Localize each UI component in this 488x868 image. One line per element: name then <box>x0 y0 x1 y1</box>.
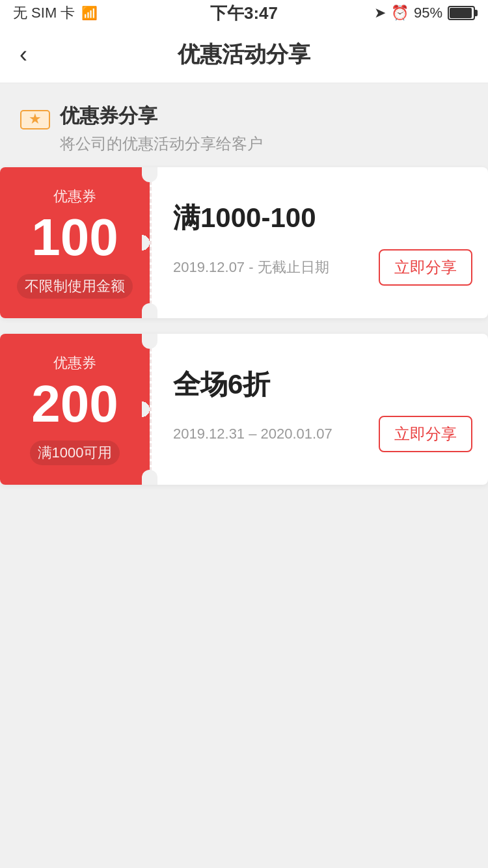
coupon-amount-1: 100 <box>31 211 118 264</box>
back-button[interactable]: ‹ <box>20 43 27 66</box>
status-bar: 无 SIM 卡 📶 下午3:47 ➤ ⏰ 95% <box>0 0 488 26</box>
coupon-date-1: 2019.12.07 - 无截止日期 <box>173 258 379 277</box>
bottom-space <box>0 520 488 780</box>
nav-bar: ‹ 优惠活动分享 <box>0 26 488 83</box>
coupon-separator-2 <box>150 342 152 477</box>
coupon-condition-2: 满1000可用 <box>30 441 120 465</box>
sim-label: 无 SIM 卡 <box>13 3 75 23</box>
battery-icon <box>448 6 475 20</box>
share-button-1[interactable]: 立即分享 <box>379 249 472 286</box>
share-button-2[interactable]: 立即分享 <box>379 416 472 452</box>
notch-top-2 <box>142 334 157 349</box>
section-text: 优惠券分享 将公司的优惠活动分享给客户 <box>60 103 263 154</box>
notch-top-1 <box>142 167 157 182</box>
coupon-date-2: 2019.12.31 – 2020.01.07 <box>173 426 379 442</box>
status-time: 下午3:47 <box>210 2 278 25</box>
notch-bottom-1 <box>142 303 157 318</box>
coupon-right-2: 全场6折 2019.12.31 – 2020.01.07 立即分享 <box>150 334 488 485</box>
coupon-left-1: 优惠券 100 不限制使用金额 <box>0 167 150 318</box>
coupon-title-2: 全场6折 <box>173 366 472 403</box>
section-title: 优惠券分享 <box>60 103 263 129</box>
coupon-amount-2: 200 <box>31 378 118 430</box>
coupon-share-icon: ★ <box>20 104 51 135</box>
coupon-footer-1: 2019.12.07 - 无截止日期 立即分享 <box>173 249 472 286</box>
page-title: 优惠活动分享 <box>178 40 310 70</box>
coupon-card-1: 优惠券 100 不限制使用金额 满1000-100 2019.12.07 - 无… <box>0 167 488 318</box>
status-right: ➤ ⏰ 95% <box>374 5 475 21</box>
coupon-footer-2: 2019.12.31 – 2020.01.07 立即分享 <box>173 416 472 452</box>
status-left: 无 SIM 卡 📶 <box>13 3 98 23</box>
coupon-card-2: 优惠券 200 满1000可用 全场6折 2019.12.31 – 2020.0… <box>0 334 488 485</box>
section-subtitle: 将公司的优惠活动分享给客户 <box>60 133 263 154</box>
coupon-left-2: 优惠券 200 满1000可用 <box>0 334 150 485</box>
coupon-separator-1 <box>150 175 152 310</box>
svg-text:★: ★ <box>29 111 42 127</box>
coupon-condition-1: 不限制使用金额 <box>17 274 133 299</box>
section-header: ★ 优惠券分享 将公司的优惠活动分享给客户 <box>0 83 488 167</box>
wifi-icon: 📶 <box>81 5 98 21</box>
notch-bottom-2 <box>142 470 157 485</box>
coupon-title-1: 满1000-100 <box>173 200 472 236</box>
coupon-label-1: 优惠券 <box>53 187 96 206</box>
coupon-list: 优惠券 100 不限制使用金额 满1000-100 2019.12.07 - 无… <box>0 167 488 520</box>
battery-percent: 95% <box>414 5 442 21</box>
coupon-right-1: 满1000-100 2019.12.07 - 无截止日期 立即分享 <box>150 167 488 318</box>
alarm-icon: ⏰ <box>391 5 409 21</box>
coupon-label-2: 优惠券 <box>53 353 96 373</box>
location-icon: ➤ <box>374 5 386 21</box>
